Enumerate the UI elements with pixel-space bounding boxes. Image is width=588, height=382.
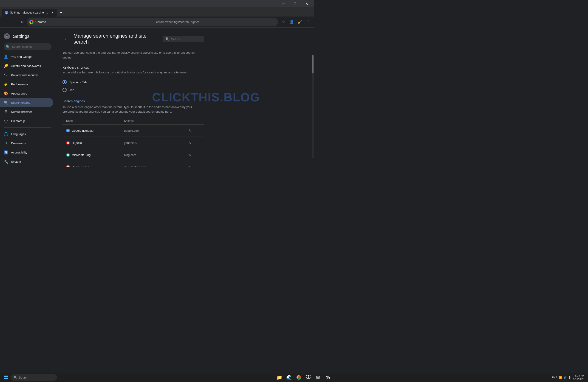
column-header-actions (182, 119, 200, 122)
radio-space-or-tab[interactable]: Space or Tab (63, 78, 204, 86)
sidebar-item-label: System (11, 160, 50, 163)
engine-label-google: Google (Default) (72, 129, 93, 132)
close-button[interactable]: ✕ (301, 0, 312, 7)
content-inner: ← Manage search engines and site search … (55, 28, 211, 167)
sidebar-item-label: On startup (11, 119, 50, 123)
appearance-icon: 🎨 (4, 91, 8, 96)
more-engine-duckduckgo-button[interactable]: ⋮ (194, 164, 200, 167)
page-search-box[interactable]: 🔍 (163, 36, 204, 42)
edit-engine-bing-button[interactable]: ✎ (187, 152, 193, 158)
languages-icon: 🌐 (4, 132, 8, 136)
edit-engine-duckduckgo-button[interactable]: ✎ (187, 164, 193, 167)
scrollbar-thumb[interactable] (312, 55, 314, 74)
page-title: Manage search engines and site search (74, 33, 159, 45)
more-engine-google-button[interactable]: ⋮ (194, 127, 200, 134)
extensions-button[interactable]: 🧹 (296, 18, 304, 26)
engine-favicon-yandex: Я (66, 141, 70, 145)
settings-title: Settings (13, 34, 29, 39)
search-engines-description: To use a search engine other than the de… (63, 105, 204, 114)
maximize-button[interactable]: □ (290, 0, 300, 7)
downloads-icon: ⬇ (4, 141, 8, 145)
sidebar-item-reset-settings[interactable]: ↺ Reset settings (0, 166, 53, 167)
engine-label-duckduckgo: DuckDuckGo (72, 165, 89, 167)
sidebar: Settings 🔍 👤 You and Google 🔑 Autofill a… (0, 28, 55, 167)
tab-bar: ⚙ Settings - Manage search engi... ✕ + (0, 7, 314, 17)
sidebar-item-label: Privacy and security (11, 74, 50, 77)
you-and-google-icon: 👤 (4, 54, 8, 59)
sidebar-item-label: Appearance (11, 92, 50, 95)
forward-nav-button[interactable]: → (10, 18, 18, 26)
bookmark-button[interactable]: ☆ (280, 18, 287, 26)
sidebar-item-system[interactable]: 🔧 System (0, 157, 53, 166)
page-description: You can use shortcuts in the address bar… (63, 51, 204, 60)
tab-close-button[interactable]: ✕ (51, 11, 54, 15)
sidebar-item-autofill[interactable]: 🔑 Autofill and passwords (0, 61, 53, 70)
autofill-icon: 🔑 (4, 64, 8, 68)
engine-name-bing: B Microsoft Bing (66, 153, 124, 157)
search-settings-area: 🔍 (0, 41, 55, 52)
window-controls: ─ □ ✕ (278, 0, 312, 7)
sidebar-item-downloads[interactable]: ⬇ Downloads (0, 139, 53, 148)
sidebar-divider (4, 127, 51, 128)
more-engine-bing-button[interactable]: ⋮ (194, 152, 200, 158)
privacy-security-icon: 🛡 (4, 73, 8, 77)
engine-name-yandex: Я Яндекс (66, 141, 124, 145)
active-tab[interactable]: ⚙ Settings - Manage search engi... ✕ (2, 9, 57, 17)
column-header-shortcut: Shortcut (124, 119, 182, 122)
search-settings-icon: 🔍 (6, 45, 10, 49)
edit-engine-yandex-button[interactable]: ✎ (187, 139, 193, 146)
chrome-label: Chrome (35, 20, 154, 24)
engine-favicon-google: G (66, 129, 70, 132)
engine-row-google: G Google (Default) google.com ✎ ⋮ (63, 125, 204, 137)
sidebar-item-languages[interactable]: 🌐 Languages (0, 129, 53, 139)
search-engines-header-row: Search engines (63, 99, 204, 103)
page-search-icon: 🔍 (165, 37, 169, 41)
engine-shortcut-duckduckgo: duckduckgo.com (124, 165, 182, 167)
title-bar: ─ □ ✕ (0, 0, 314, 7)
radio-label-space-or-tab: Space or Tab (69, 80, 87, 84)
sidebar-item-performance[interactable]: ⚡ Performance (0, 80, 53, 89)
page-back-button[interactable]: ← (63, 35, 70, 43)
scrollbar-track[interactable] (312, 55, 314, 158)
radio-circle-space-or-tab (63, 80, 67, 84)
engine-favicon-bing: B (66, 153, 70, 157)
edit-engine-google-button[interactable]: ✎ (187, 127, 193, 134)
engines-table-header: Name Shortcut (63, 117, 204, 125)
new-tab-button[interactable]: + (58, 9, 64, 16)
sidebar-item-label: Accessibility (11, 151, 50, 154)
more-button[interactable]: ⋮ (305, 18, 312, 26)
page-header: ← Manage search engines and site search … (63, 33, 204, 45)
engine-shortcut-bing: bing.com (124, 153, 182, 157)
system-icon: 🔧 (4, 159, 8, 164)
engine-actions-google: ✎ ⋮ (182, 127, 200, 134)
radio-circle-tab (63, 88, 67, 92)
radio-tab[interactable]: Tab (63, 86, 204, 94)
sidebar-item-on-startup[interactable]: ⏻ On startup (0, 116, 53, 126)
sidebar-item-accessibility[interactable]: ♿ Accessibility (0, 148, 53, 157)
site-icon (29, 20, 34, 24)
performance-icon: ⚡ (4, 82, 8, 87)
refresh-button[interactable]: ↻ (18, 18, 26, 26)
accessibility-icon: ♿ (4, 150, 8, 155)
radio-label-tab: Tab (69, 88, 74, 92)
sidebar-item-search-engine[interactable]: 🔍 Search engine (0, 98, 53, 107)
sidebar-item-default-browser[interactable]: 🖥 Default browser (0, 107, 53, 116)
engine-row-bing: B Microsoft Bing bing.com ✎ ⋮ (63, 149, 204, 161)
sidebar-item-appearance[interactable]: 🎨 Appearance (0, 89, 53, 98)
radio-inner-indicator (64, 81, 65, 83)
sidebar-item-label: Downloads (11, 142, 50, 145)
search-settings-input[interactable] (4, 43, 51, 50)
profile-button[interactable]: 👤 (288, 18, 295, 26)
minimize-button[interactable]: ─ (278, 0, 289, 7)
url-text: chrome://settings/searchEngines (156, 20, 275, 24)
engine-label-bing: Microsoft Bing (72, 153, 90, 157)
address-bar[interactable]: Chrome chrome://settings/searchEngines (27, 18, 278, 26)
sidebar-item-privacy-security[interactable]: 🛡 Privacy and security (0, 70, 53, 80)
search-engine-icon: 🔍 (4, 100, 8, 105)
engine-shortcut-yandex: yandex.ru (124, 141, 182, 145)
back-nav-button[interactable]: ← (2, 18, 9, 26)
more-engine-yandex-button[interactable]: ⋮ (194, 139, 200, 146)
page-search-input[interactable] (171, 38, 201, 41)
sidebar-item-you-and-google[interactable]: 👤 You and Google (0, 52, 53, 61)
sidebar-item-label: Languages (11, 132, 50, 136)
